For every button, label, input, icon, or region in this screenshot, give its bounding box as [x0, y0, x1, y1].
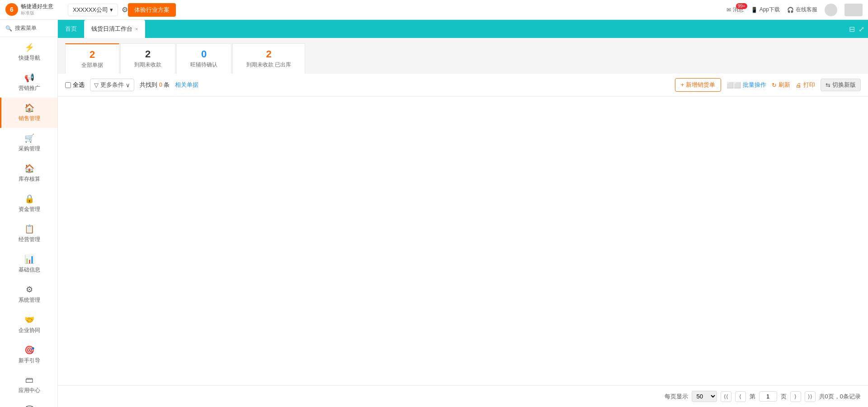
company-selector[interactable]: XXXXXX公司 ▾: [68, 4, 118, 16]
found-unit: 条: [164, 81, 170, 88]
sidebar-item-sales[interactable]: 🏠 销售管理: [0, 98, 57, 128]
stat-number-pending: 0: [201, 48, 207, 60]
base-info-icon: 📊: [24, 254, 34, 264]
tab-workbench[interactable]: 钱货日清工作台 ×: [84, 20, 145, 38]
switch-label: 切换新版: [832, 81, 856, 89]
more-filters-label: 更多条件: [100, 81, 124, 89]
pagination: 每页显示 50 10 20 100 ⟨⟨ ⟨ 第 页 ⟩ ⟩⟩ 共0页，0条记录: [58, 385, 868, 407]
tab-close-icon[interactable]: ×: [135, 26, 138, 32]
avatar[interactable]: [825, 4, 837, 16]
sidebar-item-capital[interactable]: 🔒 资金管理: [0, 188, 57, 219]
sidebar-label-enterprise: 企业协同: [19, 327, 40, 334]
sidebar-item-app-center[interactable]: 🗃 应用中心: [0, 370, 57, 400]
sidebar-label-capital: 资金管理: [19, 206, 40, 213]
page-size-select[interactable]: 50 10 20 100: [692, 391, 717, 402]
sidebar-item-wechat[interactable]: 💬 企业微信: [0, 400, 57, 407]
stats-tabs: 2 全部单据 2 到期未收款 0 旺辅待确认 2 到期未收款 已出库: [58, 38, 868, 74]
switch-version-btn[interactable]: ⇆ 切换新版: [821, 79, 861, 91]
sidebar-item-system[interactable]: ⚙ 系统管理: [0, 279, 57, 309]
sidebar-label-quick-nav: 快捷导航: [19, 54, 40, 62]
sidebar-item-enterprise[interactable]: 🤝 企业协同: [0, 309, 57, 340]
tab-home-label: 首页: [65, 25, 77, 33]
sales-icon: 🏠: [24, 103, 34, 113]
app-download-item[interactable]: 📱 App下载: [751, 6, 780, 14]
messages-item[interactable]: ✉ 消息 99+: [726, 6, 744, 14]
stat-tab-shipped[interactable]: 2 到期未收款 已出库: [232, 43, 305, 74]
stat-label-pending: 旺辅待确认: [190, 61, 217, 69]
print-btn[interactable]: 🖨 打印: [796, 81, 815, 89]
logo-icon: 6: [5, 3, 18, 16]
purchase-icon: 🛒: [24, 133, 34, 143]
prev-page-btn[interactable]: ⟨: [735, 391, 746, 402]
batch-ops-btn[interactable]: ⬜⬜ 批量操作: [726, 81, 766, 89]
app-center-icon: 🗃: [25, 375, 33, 385]
stat-number-shipped: 2: [266, 48, 272, 60]
total-text: 共0页，0条记录: [819, 393, 861, 401]
sidebar-item-guide[interactable]: 🎯 新手引导: [0, 340, 57, 370]
search-menu-label: 搜索菜单: [15, 24, 37, 32]
enterprise-icon: 🤝: [24, 315, 34, 325]
tab-minimize-icon[interactable]: ⊟: [849, 25, 855, 33]
sidebar-item-inventory[interactable]: 🏠 库存核算: [0, 158, 57, 188]
found-text: 共找到 0 条: [140, 81, 170, 89]
stat-tab-overdue[interactable]: 2 到期未收款: [120, 43, 175, 74]
settings-icon[interactable]: ⚙: [122, 5, 128, 14]
refresh-btn[interactable]: ↻ 刷新: [772, 81, 790, 89]
batch-icon: ⬜⬜: [726, 82, 741, 89]
last-page-btn[interactable]: ⟩⟩: [805, 391, 816, 402]
found-prefix: 共找到: [140, 81, 157, 88]
experience-button[interactable]: 体验行业方案: [128, 3, 176, 17]
refresh-label: 刷新: [778, 81, 790, 89]
phone-icon: 📱: [751, 7, 758, 13]
related-link[interactable]: 相关单据: [175, 81, 198, 89]
filter-icon: ▽: [94, 82, 99, 89]
online-service-item[interactable]: 🎧 在线客服: [787, 6, 817, 14]
first-page-btn[interactable]: ⟨⟨: [721, 391, 731, 402]
sidebar-item-operations[interactable]: 📋 经营管理: [0, 219, 57, 249]
sidebar-item-purchase[interactable]: 🛒 采购管理: [0, 128, 57, 158]
sidebar-label-marketing: 营销推广: [19, 84, 40, 92]
sidebar-item-base-info[interactable]: 📊 基础信息: [0, 249, 57, 279]
filter-chevron-icon: ∨: [126, 82, 130, 89]
app-download-label: App下载: [760, 6, 780, 14]
logo-sub: 标准版: [21, 10, 53, 16]
tab-bar: 首页 钱货日清工作台 × ⊟ ⤢: [58, 20, 868, 38]
search-menu-item[interactable]: 🔍 搜索菜单: [0, 20, 57, 37]
sidebar-item-quick-nav[interactable]: ⚡ 快捷导航: [0, 37, 57, 67]
messages-badge: 99+: [736, 3, 747, 9]
next-page-btn[interactable]: ⟩: [790, 391, 801, 402]
message-icon: ✉: [726, 7, 731, 13]
tab-expand-icon[interactable]: ⤢: [859, 25, 864, 33]
page-label: 第: [750, 393, 755, 401]
content-area: 2 全部单据 2 到期未收款 0 旺辅待确认 2 到期未收款 已出库 全选: [58, 38, 868, 407]
page-input[interactable]: [759, 391, 777, 402]
tab-home[interactable]: 首页: [58, 20, 84, 38]
sidebar-label-purchase: 采购管理: [19, 145, 40, 153]
toolbar: 全选 ▽ 更多条件 ∨ 共找到 0 条 相关单据 + 新增销货单 ⬜⬜: [58, 74, 868, 97]
select-all-checkbox[interactable]: 全选: [65, 81, 85, 89]
sidebar-label-guide: 新手引导: [19, 357, 40, 365]
header-actions: ✉ 消息 99+ 📱 App下载 🎧 在线客服: [726, 4, 863, 16]
user-menu[interactable]: [844, 4, 863, 16]
sidebar-item-marketing[interactable]: 📢 营销推广: [0, 67, 57, 98]
sidebar-label-app-center: 应用中心: [19, 387, 40, 394]
stat-label-overdue: 到期未收款: [134, 61, 161, 69]
stat-tab-all[interactable]: 2 全部单据: [65, 43, 119, 74]
tab-bar-actions: ⊟ ⤢: [849, 25, 868, 33]
add-sales-btn[interactable]: + 新增销货单: [675, 78, 721, 92]
search-icon: 🔍: [5, 25, 12, 32]
top-header: 6 畅捷通好生意 标准版 XXXXXX公司 ▾ ⚙ 体验行业方案 ✉ 消息 99…: [0, 0, 868, 20]
table-area: [58, 97, 868, 385]
main-content: 首页 钱货日清工作台 × ⊟ ⤢ 2 全部单据 2 到期未收款 0 旺辅待确认: [58, 20, 868, 407]
inventory-icon: 🏠: [24, 164, 34, 173]
sidebar-label-system: 系统管理: [19, 296, 40, 304]
stat-number-overdue: 2: [145, 48, 151, 60]
switch-icon: ⇆: [826, 82, 830, 89]
stat-tab-pending[interactable]: 0 旺辅待确认: [176, 43, 231, 74]
wechat-icon: 💬: [24, 405, 34, 407]
sidebar-label-inventory: 库存核算: [19, 175, 40, 183]
more-filters-btn[interactable]: ▽ 更多条件 ∨: [90, 79, 134, 91]
system-icon: ⚙: [26, 285, 33, 295]
print-icon: 🖨: [796, 82, 802, 89]
select-all-input[interactable]: [65, 82, 71, 88]
